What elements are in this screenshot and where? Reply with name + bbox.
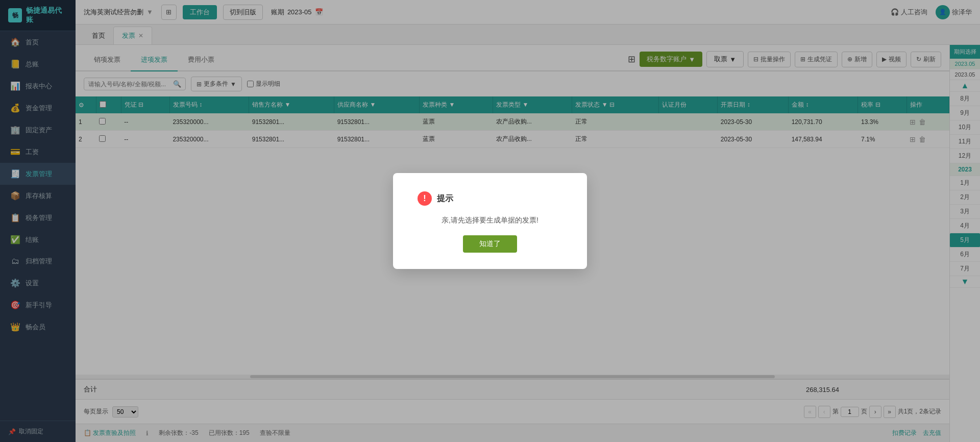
dialog-message: 亲,请先选择要生成单据的发票!	[442, 216, 538, 224]
dialog-title: 提示	[437, 193, 453, 204]
confirm-btn[interactable]: 知道了	[463, 235, 517, 253]
dialog-overlay: ! 提示 亲,请先选择要生成单据的发票! 知道了	[0, 0, 980, 442]
dialog-body: 亲,请先选择要生成单据的发票!	[436, 216, 544, 225]
dialog-footer: 知道了	[418, 235, 562, 253]
warning-icon: !	[418, 191, 432, 206]
dialog: ! 提示 亲,请先选择要生成单据的发票! 知道了	[393, 173, 587, 269]
dialog-header: ! 提示	[418, 191, 453, 206]
